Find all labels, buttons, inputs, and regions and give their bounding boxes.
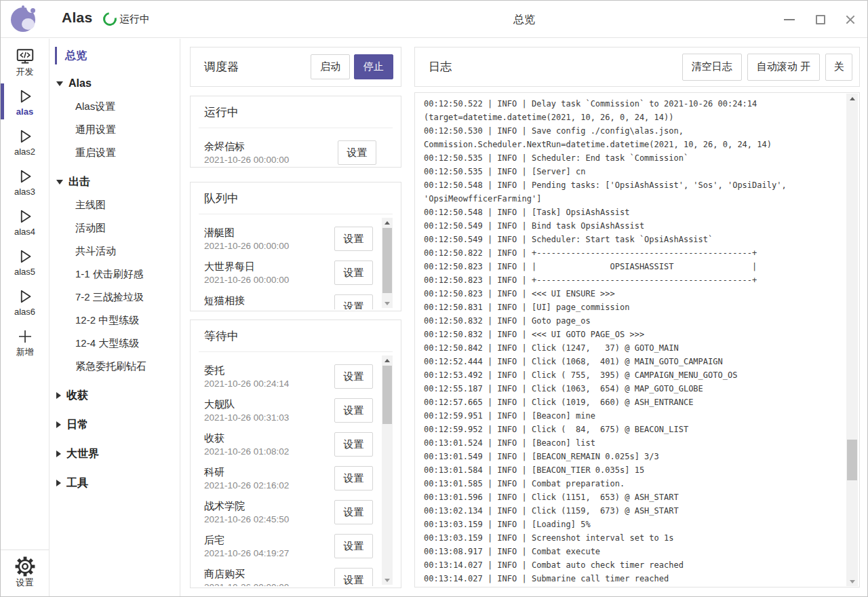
sidebar-item-instance[interactable]: alas [1,81,49,121]
scroll-down-icon[interactable] [382,575,393,585]
task-row: 收获 2021-10-26 01:08:02 设置 [191,427,401,461]
log-line: 00:12:50.549 | INFO | Scheduler: Start t… [424,233,842,246]
task-next-run-time: 2021-10-26 00:00:00 [204,273,334,286]
log-line: 00:12:50.548 | INFO | Pending tasks: ['O… [424,178,842,192]
menu-group: 收获 [50,384,180,407]
task-setting-button[interactable]: 设置 [334,364,373,389]
clear-log-button[interactable]: 清空日志 [682,54,742,81]
close-button[interactable] [835,1,866,38]
titlebar: Alas 运行中 总览 [1,1,867,38]
scrollbar-thumb[interactable] [382,366,392,424]
task-row: 潜艇图 2021-10-26 00:00:00 设置 [191,222,401,256]
menu-item[interactable]: 重启设置 [50,141,180,164]
task-setting-button[interactable]: 设置 [334,398,373,423]
sidebar-item-settings[interactable]: 设置 [1,550,49,593]
waiting-task-list: 委托 2021-10-26 00:24:14 设置 大舰队 2021-10-26… [191,355,401,586]
task-setting-button[interactable]: 设置 [334,534,373,558]
menu-group: 工具 [50,471,180,495]
sidebar-item-instance[interactable]: alas5 [1,242,49,282]
task-name: 战术学院 [204,499,334,513]
menu-group-label: Alas [68,77,92,90]
scheduler-start-button[interactable]: 启动 [311,54,350,79]
menu-item[interactable]: 紧急委托刷钻石 [50,355,180,378]
menu-item[interactable]: 活动图 [50,216,180,239]
task-name: 商店购买 [204,566,334,581]
maximize-button[interactable] [805,1,836,38]
menu-group: 大世界 [50,442,180,465]
menu-item[interactable]: 通用设置 [50,118,180,141]
sidebar-item-instance[interactable]: alas4 [1,201,49,242]
task-setting-button[interactable]: 设置 [334,432,373,457]
task-meta: 潜艇图 2021-10-26 00:00:00 [204,225,334,252]
log-scrollbar[interactable] [846,94,858,586]
task-setting-button[interactable]: 设置 [334,568,373,586]
instance-label: alas4 [14,227,35,237]
menu-group-header[interactable]: 大世界 [50,442,180,465]
sidebar-item-instance[interactable]: alas2 [1,121,49,161]
log-line: 00:12:50.832 | INFO | Goto page_os [424,314,842,328]
task-setting-button[interactable]: 设置 [334,261,373,285]
sidebar-item-dev[interactable]: 开发 [1,41,49,81]
autoscroll-off-button[interactable]: 关 [825,54,852,81]
scrollbar[interactable] [382,218,393,308]
menu-item[interactable]: Alas设置 [50,95,180,118]
autoscroll-toggle-button[interactable]: 自动滚动 开 [747,54,820,81]
log-line: Commission.Scheduler.NextRun=datetime.da… [424,138,842,151]
menu-group-label: 大世界 [66,447,99,461]
scroll-up-icon[interactable] [382,218,393,227]
scrollbar-thumb[interactable] [382,228,392,293]
sidebar-item-label: 新增 [16,347,34,357]
task-meta: 余烬信标 2021-10-26 00:00:00 [204,139,338,166]
scrollbar[interactable] [382,355,393,585]
task-meta: 短猫相接 2021-10-26 00:00:00 [204,293,334,309]
menu-item[interactable]: 共斗活动 [50,239,180,263]
menu-item[interactable]: 1-1 伏击刷好感 [50,263,180,286]
log-line: 00:12:50.549 | INFO | Bind task OpsiAshA… [424,219,842,233]
task-next-run-time: 2021-10-26 00:24:14 [204,377,334,390]
task-setting-button[interactable]: 设置 [338,140,376,165]
waiting-section: 等待中 委托 2021-10-26 00:24:14 设置 大舰队 2021-1… [190,320,401,588]
minimize-button[interactable] [774,1,805,38]
menu-group-header[interactable]: 收获 [50,384,180,407]
log-line: 00:12:50.842 | INFO | Click (1247, 37) @… [424,341,842,355]
task-row: 大世界每日 2021-10-26 00:00:00 设置 [191,256,401,290]
sidebar-item-instance[interactable]: alas3 [1,161,49,201]
task-meta: 商店购买 2021-10-26 00:00:00 [204,566,334,586]
menu-item[interactable]: 12-4 大型练级 [50,332,180,355]
task-name: 潜艇图 [204,225,334,239]
task-setting-button[interactable]: 设置 [334,294,373,309]
task-meta: 大舰队 2021-10-26 00:31:03 [204,397,334,424]
scheduler-stop-button[interactable]: 停止 [354,54,393,79]
menu-group-header[interactable]: 日常 [50,413,180,436]
add-instance-button[interactable]: 新增 [1,322,49,362]
task-next-run-time: 2021-10-26 00:00:00 [204,307,334,309]
maximize-icon [816,15,825,24]
scroll-down-icon[interactable] [382,298,393,308]
play-icon [15,206,35,227]
scrollbar-thumb[interactable] [847,440,857,480]
menu-item[interactable]: 12-2 中型练级 [50,309,180,332]
scroll-down-icon[interactable] [846,577,858,586]
log-line: 00:12:50.530 | INFO | Save config ./conf… [424,124,842,138]
menu-item[interactable]: 主线图 [50,193,180,216]
menu-group-header[interactable]: Alas [50,72,180,95]
task-setting-button[interactable]: 设置 [334,466,373,490]
menu-item[interactable]: 7-2 三战捡垃圾 [50,286,180,309]
sidebar-item-instance[interactable]: alas6 [1,282,49,322]
task-row: 委托 2021-10-26 00:24:14 设置 [191,360,401,393]
log-line: 00:13:08.917 | INFO | Combat execute [424,545,842,558]
menu-group-label: 工具 [66,476,88,490]
task-row: 科研 2021-10-26 02:16:02 设置 [191,461,401,495]
divider [199,351,393,352]
task-setting-button[interactable]: 设置 [334,227,373,251]
log-line: 00:12:57.665 | INFO | Click (1019, 660) … [424,396,842,409]
menu-item-overview[interactable]: 总览 [50,45,180,66]
scroll-up-icon[interactable] [382,355,393,365]
log-line: 00:13:01.524 | INFO | [Beacon] list [424,436,842,450]
task-setting-button[interactable]: 设置 [334,500,373,524]
menu-group-header[interactable]: 工具 [50,471,180,495]
scroll-up-icon[interactable] [846,94,858,103]
sidebar-item-label: 开发 [16,66,34,77]
menu-group-header[interactable]: 出击 [50,170,180,193]
menu-group-label: 出击 [68,175,90,189]
